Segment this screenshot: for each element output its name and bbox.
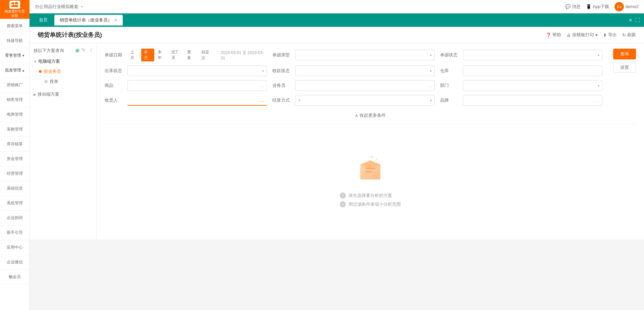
svg-rect-6	[365, 171, 372, 172]
warehouse-label: 仓库	[440, 68, 460, 74]
wechat-nav-item[interactable]: 企业微信	[0, 255, 30, 270]
corp-nav-item[interactable]: 企业协同	[0, 211, 30, 225]
ecommerce-nav-item[interactable]: 电商管理	[0, 107, 30, 122]
apps-nav-item[interactable]: 应用中心	[0, 240, 30, 255]
collapse-more-btn[interactable]: ∧ 收起更多条件	[105, 110, 636, 121]
tab-expand-icon[interactable]: ⛶	[635, 17, 640, 23]
tab-bar-right: ✕ ⛶	[629, 17, 640, 23]
settings-button[interactable]: 设置	[613, 62, 636, 73]
collect-status-chevron-icon: ▾	[430, 69, 432, 73]
tree-child-salesperson[interactable]: 按业务员	[30, 66, 96, 76]
search-menu-item[interactable]: 搜索菜单	[0, 19, 30, 34]
wholesale-nav-item[interactable]: 批发管理 ▴	[0, 63, 30, 78]
query-button[interactable]: 查询	[613, 49, 636, 59]
receiver-dots-icon: …	[260, 97, 264, 103]
operations-nav-item[interactable]: 经营管理	[0, 166, 30, 181]
inventory-nav-item[interactable]: 库存核算	[0, 137, 30, 152]
refresh-label: 刷新	[627, 32, 636, 38]
salesperson-dots-icon: …	[427, 83, 432, 88]
tree-pc-parent[interactable]: ▼ 电脑端方案	[30, 56, 96, 66]
user-section[interactable]: Ea demo2	[614, 2, 639, 11]
newbie-nav-item[interactable]: 新手引导	[0, 225, 30, 240]
settlement-input[interactable]: × ▾	[295, 95, 435, 106]
date-tab-more[interactable]: 更多	[184, 49, 198, 61]
collapse-label: 收起更多条件	[360, 112, 386, 118]
svg-point-7	[371, 156, 373, 158]
receiver-input[interactable]: …	[127, 95, 267, 106]
brand-input[interactable]: …	[463, 95, 602, 106]
date-tab-this-year[interactable]: 本年	[155, 49, 168, 61]
order-type-input[interactable]: ▾	[295, 50, 435, 60]
tree-child-active-dot	[39, 70, 42, 73]
brand-dots-icon: …	[595, 98, 599, 103]
svg-rect-1	[15, 2, 18, 4]
settlement-clear-icon[interactable]: ×	[298, 98, 301, 103]
tree-sub-child-order[interactable]: ⊞ 按单	[30, 76, 96, 87]
date-filter-item: 单据日期 上月 本月 本年 近7天 更多 自定义	[105, 49, 267, 61]
tree-mobile-parent[interactable]: ▶ 移动端方案	[30, 89, 96, 99]
wholesale-label: 批发管理	[5, 67, 21, 73]
refresh-button[interactable]: ↻ 刷新	[622, 32, 636, 38]
salesperson-label: 业务员	[272, 83, 292, 89]
goods-label: 商品	[105, 83, 125, 89]
department-label: 部门	[440, 83, 460, 89]
empty-steps: 1 请先选择要分析的方案 2 用过滤条件来缩小分析范围	[340, 193, 401, 207]
sidebar-logo[interactable]: 畅捷通好生意 标版	[0, 0, 30, 19]
collapse-panel-icon[interactable]: 《	[88, 47, 92, 54]
corp-label: 企业协同	[7, 215, 23, 221]
settlement-chevron-icon: ▾	[430, 99, 432, 102]
page-header: 销货单统计表(按业务员) ❓ 帮助 🖨 按模板打印 ▾ ⬇ 导出 ↻ 刷新	[30, 27, 644, 43]
message-action[interactable]: 💬 消息	[565, 4, 581, 10]
date-tab-this-month[interactable]: 本月	[141, 49, 154, 61]
collect-status-input[interactable]: ▾	[295, 65, 435, 76]
goods-filter-item: 商品 …	[105, 80, 267, 91]
purchase-nav-item[interactable]: 采购管理	[0, 122, 30, 137]
sales-label: 销售管理	[7, 97, 23, 103]
tab-home[interactable]: 首页	[34, 15, 53, 25]
empty-step-2: 2 用过滤条件来缩小分析范围	[340, 201, 401, 207]
date-tab-7days[interactable]: 近7天	[169, 49, 184, 61]
marketing-nav-item[interactable]: 营销推广	[0, 78, 30, 93]
brand-filter-item: 品牌 …	[440, 95, 602, 106]
tab-close-icon[interactable]: ✕	[114, 18, 117, 22]
top-header: 办公用品行业模拟账套 ▾ 💬 消息 📱 App下载 Ea demo2	[30, 0, 644, 13]
order-type-filter-item: 单据类型 ▾	[272, 50, 435, 60]
retail-nav-item[interactable]: 零售管理 ▾	[0, 48, 30, 63]
system-nav-item[interactable]: 系统管理	[0, 196, 30, 211]
warehouse-input[interactable]: …	[463, 65, 602, 76]
basic-nav-item[interactable]: 基础信息	[0, 181, 30, 196]
date-tab-last-month[interactable]: 上月	[127, 49, 141, 61]
tab-close-all-icon[interactable]: ✕	[629, 17, 633, 23]
tree-pc-label: 电脑端方案	[38, 58, 60, 64]
search-label: 搜索菜单	[7, 23, 23, 29]
date-tab-custom[interactable]: 自定义	[199, 49, 216, 61]
finance-nav-item[interactable]: 资金管理	[0, 152, 30, 166]
salesperson-input[interactable]: …	[295, 80, 435, 91]
out-status-label: 出库状态	[105, 68, 125, 74]
help-button[interactable]: ❓ 帮助	[546, 32, 561, 38]
tab-sales-stats[interactable]: 销货单统计表（按业务员） ✕	[54, 15, 123, 25]
nav-dropdown-icon[interactable]: ▾	[81, 5, 83, 8]
nav-title: 办公用品行业模拟账套	[35, 4, 78, 10]
goods-dots-icon: …	[259, 83, 264, 88]
page-content: 销货单统计表(按业务员) ❓ 帮助 🖨 按模板打印 ▾ ⬇ 导出 ↻ 刷新	[30, 27, 644, 310]
sidebar: 畅捷通好生意 标版 搜索菜单 快捷导航 零售管理 ▾ 批发管理 ▴ 营销推广 销…	[0, 0, 30, 310]
tab-sales-stats-label: 销货单统计表（按业务员）	[60, 17, 112, 23]
department-input[interactable]: ▾	[463, 80, 602, 91]
inventory-label: 库存核算	[7, 141, 23, 147]
shortcut-nav-item[interactable]: 快捷导航	[0, 34, 30, 48]
app-download-action[interactable]: 📱 App下载	[586, 4, 609, 10]
order-status-label: 单据状态	[440, 52, 460, 58]
member-nav-item[interactable]: 畅会员	[0, 270, 30, 285]
order-status-input[interactable]: ▾	[463, 50, 602, 60]
edit-scheme-icon[interactable]: ✎	[82, 47, 86, 54]
tree-expand-icon: ▼	[34, 60, 37, 63]
department-filter-item: 部门 ▾	[440, 80, 602, 91]
out-status-input[interactable]: ▾	[127, 65, 267, 76]
template-print-button[interactable]: 🖨 按模板打印 ▾	[567, 32, 598, 38]
export-button[interactable]: ⬇ 导出	[603, 32, 617, 38]
sales-nav-item[interactable]: 销售管理	[0, 93, 30, 107]
tree-mobile-section: ▶ 移动端方案	[30, 89, 96, 99]
add-scheme-icon[interactable]: ⊕	[75, 47, 79, 54]
goods-input[interactable]: …	[127, 80, 267, 91]
